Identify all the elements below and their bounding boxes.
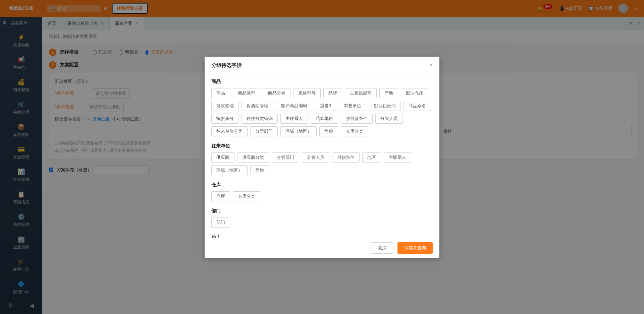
field-grid-partner: 供应商供应商分类分管部门分管人员付款条件地区主联系人区域（地区）简称 — [211, 152, 433, 175]
section-partner: 往来单位供应商供应商分类分管部门分管人员付款条件地区主联系人区域（地区）简称 — [211, 143, 433, 175]
field-tag-origin-unit-type[interactable]: 往来单位分类 — [211, 126, 248, 136]
modal-title: 分组待选字段 — [211, 62, 241, 69]
section-warehouse: 仓库仓库仓库分类 — [211, 182, 433, 201]
section-title-warehouse: 仓库 — [211, 182, 433, 188]
field-tag-region-geo[interactable]: 区域（地区） — [280, 126, 317, 136]
field-tag-region[interactable]: 地区 — [362, 152, 381, 163]
cancel-button[interactable]: 取消 — [371, 242, 393, 254]
section-title-goods: 商品 — [211, 79, 433, 85]
modal-body: 商品商品商品类型商品分类规格型号品牌主要供应商产地默认仓库批次管理保质期管理客户… — [205, 73, 439, 238]
field-tag-goods-type[interactable]: 商品类型 — [233, 88, 260, 98]
field-tag-manager[interactable]: 分管人员 — [375, 114, 403, 124]
modal: 分组待选字段 × 商品商品商品类型商品分类规格型号品牌主要供应商产地默认仓库批次… — [205, 57, 439, 258]
field-tag-supplier-category[interactable]: 供应商分类 — [237, 152, 269, 163]
field-tag-goods-alias[interactable]: 商品别名 — [404, 101, 431, 111]
section-goods: 商品商品商品类型商品分类规格型号品牌主要供应商产地默认仓库批次管理保质期管理客户… — [211, 79, 433, 136]
modal-close-button[interactable]: × — [429, 62, 433, 69]
field-tag-contact[interactable]: 主联系人 — [384, 152, 411, 163]
field-tag-supplier[interactable]: 供应商 — [211, 152, 234, 163]
field-tag-default-warehouse[interactable]: 默认仓库 — [401, 88, 428, 98]
field-tag-region2[interactable]: 区域（地区） — [211, 165, 248, 175]
field-tag-pick-score[interactable]: 拣货积分 — [211, 114, 239, 124]
field-tag-spec-type[interactable]: 规格型号 — [293, 88, 321, 98]
confirm-button[interactable]: 保存并查询 — [397, 242, 433, 254]
section-title-partner: 往来单位 — [211, 143, 433, 149]
field-grid-goods: 商品商品类型商品分类规格型号品牌主要供应商产地默认仓库批次管理保质期管理客户商品… — [211, 88, 433, 136]
field-tag-payment-cond[interactable]: 付款条件 — [332, 152, 360, 163]
section-staff: 员工业务员 — [211, 234, 433, 238]
modal-overlay: 分组待选字段 × 商品商品商品类型商品分类规格型号品牌主要供应商产地默认仓库批次… — [0, 0, 644, 314]
modal-header: 分组待选字段 × — [205, 57, 439, 73]
field-tag-warehouse-category[interactable]: 仓库分类 — [341, 126, 368, 136]
field-tag-dept-person[interactable]: 分管人员 — [302, 152, 329, 163]
field-grid-warehouse: 仓库仓库分类 — [211, 191, 433, 201]
field-tag-short2[interactable]: 简称 — [250, 165, 269, 175]
field-tag-default-supplier[interactable]: 默认供应商 — [369, 101, 401, 111]
field-tag-dep[interactable]: 部门 — [211, 217, 230, 228]
field-tag-quality-management[interactable]: 保质期管理 — [241, 101, 273, 111]
field-tag-dept-manage[interactable]: 分管部门 — [250, 126, 278, 136]
field-tag-goods-category[interactable]: 商品分类 — [263, 88, 290, 98]
field-grid-department: 部门 — [211, 217, 433, 228]
field-tag-batch-management[interactable]: 批次管理 — [211, 101, 239, 111]
field-tag-retail-unit[interactable]: 零售单位 — [339, 101, 366, 111]
field-tag-goods[interactable]: 商品 — [211, 88, 230, 98]
modal-footer: 取消 保存并查询 — [205, 238, 439, 258]
section-title-department: 部门 — [211, 208, 433, 214]
field-tag-short-name[interactable]: 简称 — [319, 126, 338, 136]
field-tag-tax-code[interactable]: 税收分类编码 — [241, 114, 278, 124]
field-tag-dept[interactable]: 分管部门 — [272, 152, 299, 163]
field-tag-wh[interactable]: 仓库 — [211, 191, 230, 201]
field-tag-payment-terms[interactable]: 收付款条件 — [341, 114, 373, 124]
section-title-staff: 员工 — [211, 234, 433, 238]
section-department: 部门部门 — [211, 208, 433, 228]
field-tag-main-contact[interactable]: 主联系人 — [280, 114, 308, 124]
field-tag-main-supplier[interactable]: 主要供应商 — [345, 88, 377, 98]
field-tag-brand[interactable]: 品牌 — [323, 88, 342, 98]
field-tag-wh-cat[interactable]: 仓库分类 — [233, 191, 260, 201]
field-tag-settle-unit[interactable]: 结算单位 — [311, 114, 338, 124]
field-tag-customer-code[interactable]: 客户商品编码 — [276, 101, 312, 111]
field-tag-origin[interactable]: 产地 — [379, 88, 398, 98]
field-tag-weight3[interactable]: 重量3 — [315, 101, 336, 111]
